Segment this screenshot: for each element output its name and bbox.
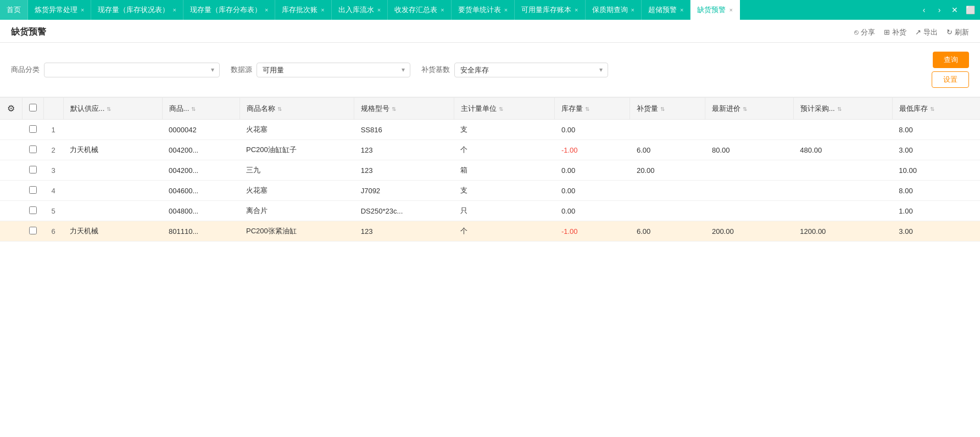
nav-maximize-button[interactable]: ⬜ [962,2,978,18]
col-header-settings[interactable]: ⚙ [0,98,22,120]
select-all-checkbox[interactable] [29,104,37,111]
row-product_name-5: PC200张紧油缸 [240,221,354,242]
row-check-input-3[interactable] [29,186,37,194]
row-check-input-0[interactable] [29,125,37,133]
nav-tab-3[interactable]: 现存量（库存分布表） × [183,0,275,20]
row-product_name-0: 火花塞 [240,120,354,140]
row-product_name-1: PC200油缸缸子 [240,140,354,160]
row-checkbox-5[interactable] [22,221,43,242]
col-header-supplement: 补货量⇅ [630,98,705,120]
sort-icon-product_code[interactable]: ⇅ [191,106,196,112]
refresh-button[interactable]: ↻ 刷新 [946,27,969,37]
supplement-base-select[interactable]: 安全库存 [454,63,608,77]
nav-tab-9[interactable]: 保质期查询 × [586,0,642,20]
row-checkbox-0[interactable] [22,120,43,140]
row-index-0: 1 [43,120,63,140]
nav-tab-close-11[interactable]: × [729,7,732,13]
share-button[interactable]: ⎋ 分享 [854,27,875,37]
nav-tab-close-5[interactable]: × [377,7,381,13]
row-est_purchase-4 [793,201,892,221]
nav-tab-7[interactable]: 要货单统计表 × [452,0,515,20]
col-header-product_code: 商品...⇅ [162,98,240,120]
row-supplement-5: 6.00 [630,221,705,242]
col-label-latest_price: 最新进价 [712,104,740,113]
nav-tab-label-0: 首页 [7,5,21,15]
nav-tab-close-10[interactable]: × [680,7,683,13]
nav-tab-close-4[interactable]: × [321,7,324,13]
nav-tab-6[interactable]: 收发存汇总表 × [388,0,451,20]
sort-icon-min_stock[interactable]: ⇅ [930,106,934,112]
row-checkbox-4[interactable] [22,201,43,221]
row-spec-4: DS250*23c... [354,201,454,221]
sort-icon-unit[interactable]: ⇅ [499,106,503,112]
col-header-stock: 库存量⇅ [555,98,630,120]
query-button[interactable]: 查询 [933,52,969,68]
row-check-input-4[interactable] [29,206,37,214]
page-header: 缺货预警 ⎋ 分享 ⊞ 补货 ↗ 导出 ↻ 刷新 [0,20,980,43]
row-check-input-5[interactable] [29,227,37,234]
nav-tab-close-3[interactable]: × [265,7,268,13]
row-stock-0: 0.00 [555,120,630,140]
nav-tab-close-2[interactable]: × [172,7,176,13]
nav-tab-close-7[interactable]: × [504,7,508,13]
nav-tab-5[interactable]: 出入库流水 × [332,0,388,20]
row-settings-2 [0,160,22,181]
commodity-category-select[interactable] [44,63,220,77]
sort-icon-spec[interactable]: ⇅ [392,106,396,112]
nav-tab-10[interactable]: 超储预警 × [642,0,691,20]
sort-icon-est_purchase[interactable]: ⇅ [837,106,842,112]
col-header-checkbox[interactable] [22,98,43,120]
row-est_purchase-3 [793,181,892,201]
sort-icon-supplier[interactable]: ⇅ [107,106,111,112]
row-stock-2: 0.00 [555,160,630,181]
nav-tab-close-8[interactable]: × [575,7,578,13]
row-index-1: 2 [43,140,63,160]
nav-tab-label-1: 炼货异常处理 [35,5,77,15]
gear-icon[interactable]: ⚙ [7,104,15,113]
nav-prev-button[interactable]: ‹ [916,2,932,18]
row-stock-4: 0.00 [555,201,630,221]
data-source-select[interactable]: 可用量 [257,63,410,77]
row-checkbox-2[interactable] [22,160,43,181]
sort-icon-stock[interactable]: ⇅ [585,106,589,112]
nav-tab-4[interactable]: 库存批次账 × [275,0,331,20]
row-checkbox-3[interactable] [22,181,43,201]
row-index-4: 5 [43,201,63,221]
row-check-input-2[interactable] [29,166,37,173]
table-row: 2力天机械004200...PC200油缸缸子123个-1.006.0080.0… [0,140,980,160]
row-settings-1 [0,140,22,160]
nav-tab-11[interactable]: 缺货预警 × [691,0,739,20]
nav-next-button[interactable]: › [932,2,947,18]
col-label-spec: 规格型号 [361,104,389,113]
nav-close-button[interactable]: ✕ [947,2,962,18]
nav-tab-label-2: 现存量（库存状况表） [98,5,169,15]
nav-tab-0[interactable]: 首页 [0,0,28,20]
row-product_code-4: 004800... [162,201,240,221]
settings-button[interactable]: 设置 [932,71,969,88]
export-icon: ↗ [915,28,921,36]
nav-tab-2[interactable]: 现存量（库存状况表） × [91,0,183,20]
row-supplement-0 [630,120,705,140]
col-header-min_stock: 最低库存⇅ [892,98,980,120]
nav-tab-1[interactable]: 炼货异常处理 × [28,0,91,20]
table-header-row: ⚙默认供应...⇅商品...⇅商品名称⇅规格型号⇅主计量单位⇅库存量⇅补货量⇅最… [0,98,980,120]
filter-commodity-group: 商品分类 [11,63,220,77]
filter-supplement-base-group: 补货基数 安全库存 [421,63,608,77]
export-button[interactable]: ↗ 导出 [915,27,938,37]
nav-tab-close-9[interactable]: × [631,7,634,13]
row-product_code-3: 004600... [162,181,240,201]
row-checkbox-1[interactable] [22,140,43,160]
data-source-select-wrap: 可用量 [257,63,410,77]
row-check-input-1[interactable] [29,145,37,153]
col-header-index [43,98,63,120]
sort-icon-latest_price[interactable]: ⇅ [743,106,747,112]
col-label-stock: 库存量 [561,104,583,113]
commodity-category-select-wrap [44,63,220,77]
nav-tab-8[interactable]: 可用量库存账本 × [515,0,585,20]
row-stock-3: 0.00 [555,181,630,201]
sort-icon-supplement[interactable]: ⇅ [660,106,665,112]
nav-tab-close-6[interactable]: × [441,7,444,13]
sort-icon-product_name[interactable]: ⇅ [277,106,282,112]
supplement-button[interactable]: ⊞ 补货 [884,27,906,37]
nav-tab-close-1[interactable]: × [81,7,84,13]
